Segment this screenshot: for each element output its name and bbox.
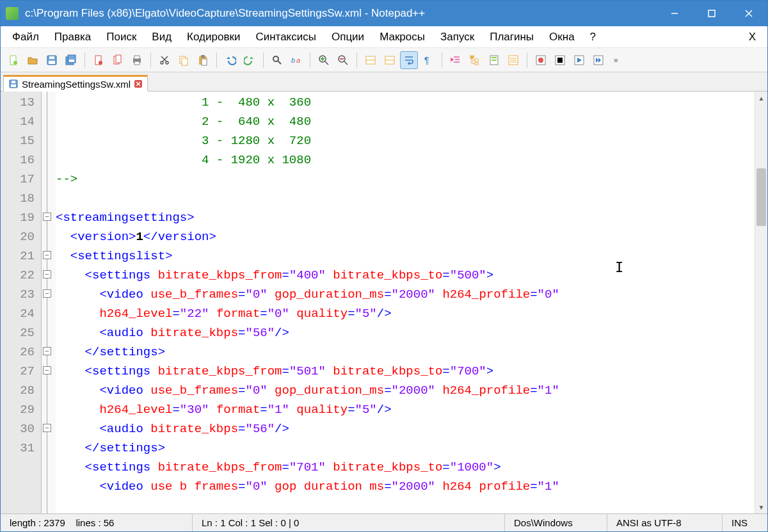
stop-macro-button[interactable] <box>551 51 569 69</box>
svg-rect-65 <box>557 58 563 63</box>
menu-запуск[interactable]: Запуск <box>433 28 482 46</box>
line-number: 25 <box>1 323 41 343</box>
code-line[interactable]: </settings> <box>56 343 755 362</box>
toolbar-separator <box>263 52 264 68</box>
menu-вид[interactable]: Вид <box>144 28 179 46</box>
svg-point-5 <box>13 61 17 65</box>
menu-правка[interactable]: Правка <box>47 28 99 46</box>
code-line[interactable]: <video use b frames="0" gop duration ms=… <box>56 477 755 496</box>
code-line[interactable]: </settings> <box>56 439 755 458</box>
fold-column[interactable]: −−−−−−− <box>42 92 56 513</box>
save-icon <box>46 54 58 66</box>
scroll-thumb[interactable] <box>756 168 766 226</box>
code-line[interactable]: 3 - 1280 x 720 <box>56 131 755 150</box>
menu-файл[interactable]: Файл <box>4 28 47 46</box>
zoom-in-icon <box>318 54 330 66</box>
zoom-out-button[interactable] <box>334 51 352 69</box>
code-line[interactable] <box>56 189 755 208</box>
fold-toggle[interactable]: − <box>43 424 51 432</box>
copy-icon <box>178 54 189 66</box>
fold-toggle[interactable]: − <box>43 251 51 259</box>
play-macro-icon <box>573 54 585 66</box>
run-macro-icon <box>593 54 604 66</box>
code-line[interactable]: <version>1</version> <box>56 227 755 246</box>
close-file-button[interactable] <box>90 51 108 69</box>
scroll-down-icon[interactable]: ▼ <box>755 501 767 513</box>
svg-point-63 <box>538 58 543 63</box>
svg-line-29 <box>278 61 281 64</box>
status-eol: Dos\Windows <box>505 514 607 531</box>
menu-опции[interactable]: Опции <box>324 28 372 46</box>
sync-h-icon <box>384 54 396 66</box>
code-line[interactable]: <audio bitrate_kbps="56"/> <box>56 323 755 343</box>
undo-button[interactable] <box>221 51 239 69</box>
code-line[interactable]: --> <box>56 170 755 189</box>
record-macro-button[interactable] <box>532 51 550 69</box>
line-number: 15 <box>1 131 41 150</box>
copy-button[interactable] <box>175 51 193 69</box>
sync-h-button[interactable] <box>381 51 399 69</box>
play-macro-button[interactable] <box>570 51 588 69</box>
zoom-in-button[interactable] <box>315 51 333 69</box>
close-button[interactable] <box>730 1 767 26</box>
run-macro-button[interactable] <box>589 51 607 69</box>
paste-button[interactable] <box>194 51 212 69</box>
line-number: 13 <box>1 93 41 112</box>
svg-line-33 <box>325 61 328 65</box>
wordwrap-icon <box>403 54 415 66</box>
save-all-button[interactable] <box>62 51 80 69</box>
menu-?[interactable]: ? <box>582 28 604 46</box>
maximize-button[interactable] <box>693 1 730 26</box>
code-line[interactable]: <audio bitrate_kbps="56"/> <box>56 419 755 439</box>
vertical-scrollbar[interactable]: ▲ ▼ <box>755 92 767 513</box>
close-all-button[interactable] <box>109 51 127 69</box>
find-button[interactable] <box>268 51 286 69</box>
menu-макросы[interactable]: Макросы <box>372 28 433 46</box>
fold-toggle[interactable]: − <box>43 347 51 355</box>
code-line[interactable]: <settingslist> <box>56 246 755 266</box>
code-line[interactable]: 1 - 480 x 360 <box>56 93 755 112</box>
func-list-button[interactable] <box>504 51 522 69</box>
minimize-button[interactable] <box>656 1 693 26</box>
print-button[interactable] <box>128 51 146 69</box>
toolbar-overflow-button[interactable]: » <box>609 51 627 69</box>
tab-file[interactable]: StreamingSettingsSw.xml <box>3 75 148 92</box>
toolbar-separator <box>84 52 85 68</box>
code-line[interactable]: 2 - 640 x 480 <box>56 112 755 131</box>
scroll-up-icon[interactable]: ▲ <box>755 92 767 104</box>
fold-toggle[interactable]: − <box>43 366 51 375</box>
menu-кодировки[interactable]: Кодировки <box>179 28 248 46</box>
tab-close-icon[interactable] <box>134 80 142 88</box>
menu-поиск[interactable]: Поиск <box>99 28 144 46</box>
wordwrap-button[interactable] <box>400 51 418 69</box>
svg-rect-17 <box>134 56 140 59</box>
code-line[interactable]: 4 - 1920 x 1080 <box>56 150 755 170</box>
doc-map-button[interactable] <box>485 51 503 69</box>
sync-v-button[interactable] <box>362 51 380 69</box>
save-button[interactable] <box>43 51 61 69</box>
svg-rect-18 <box>134 61 140 65</box>
cut-button[interactable] <box>156 51 173 69</box>
indent-guide-button[interactable] <box>447 51 465 69</box>
editor-area[interactable]: 13141516171819202122232425262728293031 −… <box>1 92 767 513</box>
menu-overflow[interactable]: X <box>741 28 764 46</box>
close-file-icon <box>93 54 104 66</box>
menu-плагины[interactable]: Плагины <box>482 28 541 46</box>
fold-toggle[interactable]: − <box>43 270 51 278</box>
fold-toggle[interactable]: − <box>43 213 51 221</box>
code-line[interactable]: <streamingsettings> <box>56 208 755 227</box>
fold-toggle[interactable]: − <box>43 289 51 298</box>
code-line[interactable]: <settings bitrate_kbps_from="701" bitrat… <box>56 458 755 477</box>
menu-окна[interactable]: Окна <box>541 28 582 46</box>
line-number: 29 <box>1 400 41 419</box>
code-content[interactable]: 1 - 480 x 360 2 - 640 x 480 3 - 1280 x 7… <box>56 92 755 513</box>
folder-view-button[interactable] <box>466 51 484 69</box>
menu-синтаксисы[interactable]: Синтаксисы <box>248 28 324 46</box>
code-line[interactable]: <settings bitrate_kbps_from="400" bitrat… <box>56 266 755 285</box>
new-file-button[interactable] <box>4 51 22 69</box>
code-line[interactable]: <settings bitrate_kbps_from="501" bitrat… <box>56 362 755 381</box>
open-file-button[interactable] <box>24 51 42 69</box>
replace-button[interactable]: ba <box>287 51 305 69</box>
redo-button[interactable] <box>241 51 259 69</box>
show-all-button[interactable]: ¶ <box>419 51 437 69</box>
